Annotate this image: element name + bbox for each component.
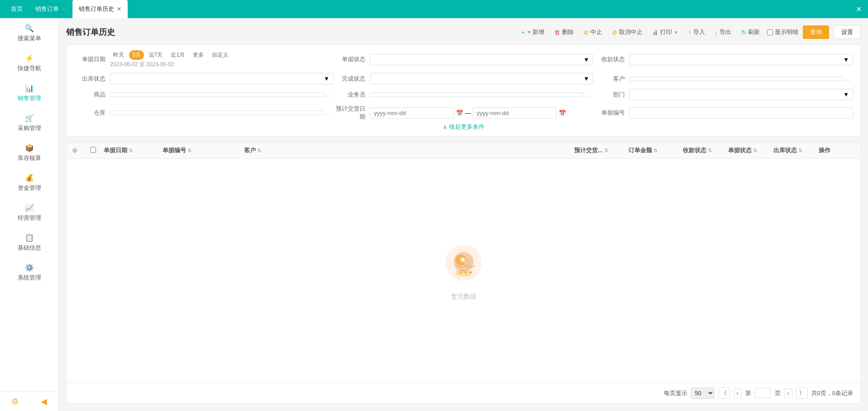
chevron-down-icon2: ▼ [843,56,849,63]
delivery-status-control[interactable]: ▼ [110,73,334,84]
close-sales-order-tab[interactable]: ✕ [62,6,66,12]
import-button[interactable]: ↑ 导入 [686,26,708,38]
stop-button[interactable]: ⊘ 中止 [581,26,605,38]
date-3days[interactable]: 3天 [129,50,144,60]
total-records: 共0页，0条记录 [811,389,853,397]
sidebar-settings-icon[interactable]: ⚙ [11,396,19,406]
salesperson-input[interactable] [370,92,584,97]
first-page-button[interactable]: 《 [718,387,730,399]
refresh-button[interactable]: ↻ 刷新 [739,26,762,38]
sidebar-item-finance[interactable]: 💰 资金管理 [0,168,58,198]
print-button[interactable]: 🖨 打印 ▼ [650,26,681,38]
date-custom[interactable]: 自定义 [209,50,231,60]
department-select[interactable]: ▼ [629,89,853,100]
payment-status-control[interactable]: ▼ [629,54,853,65]
per-page-select[interactable]: 50 100 200 [691,387,715,399]
cancel-stop-button[interactable]: ⊘ 取消中止 [609,26,645,38]
select-all-checkbox[interactable] [90,147,96,153]
filter-payment-status-cell: 收款状态 ▼ [593,50,853,68]
display-toggle-checkbox[interactable] [767,29,773,35]
completion-status-select[interactable]: ▼ [370,73,594,84]
tab-sales-order[interactable]: 销售订单 ✕ [29,0,72,18]
warehouse-ellipsis-button[interactable]: … [324,110,334,116]
export-button[interactable]: ↓ 导出 [712,26,734,38]
prev-page-button[interactable]: ‹ [734,388,742,398]
order-status-control[interactable]: ▼ [370,54,594,65]
search-button[interactable]: 查询 [803,25,829,39]
sort-order-status-icon: ⇅ [753,148,757,154]
date-more[interactable]: 更多 [190,50,207,60]
filter-delivery-status-cell: 出库状态 ▼ [74,73,334,84]
chevron-down-icon5: ▼ [843,91,849,98]
next-page-button[interactable]: › [784,388,792,398]
sidebar-item-operations[interactable]: 📈 经营管理 [0,198,58,227]
table-col-date[interactable]: 单据日期 ⇅ [104,146,163,155]
sidebar-item-basic-info[interactable]: 📋 基础信息 [0,227,58,257]
chevron-down-icon3: ▼ [324,75,330,82]
tab-sales-history[interactable]: 销售订单历史 ✕ [72,0,128,18]
table-container: ⚙ 单据日期 ⇅ 单据编号 ⇅ 客户 ⇅ 预计交货... [66,142,861,404]
calendar-icon-2[interactable]: 📅 [559,110,566,116]
order-status-select[interactable]: ▼ [370,54,594,65]
settings-button[interactable]: 设置 [834,25,861,39]
last-page-button[interactable]: 》 [796,387,808,399]
date-yesterday[interactable]: 昨天 [110,50,127,60]
sidebar-collapse-icon[interactable]: ◀ [41,396,47,406]
delivery-date-end[interactable] [473,107,557,119]
tab-home[interactable]: 首页 [5,0,29,18]
table-col-amount[interactable]: 订单金额 ⇅ [628,146,683,155]
sort-number-icon: ⇅ [187,148,192,154]
operations-icon: 📈 [25,203,34,212]
completion-status-control[interactable]: ▼ [370,73,594,84]
table-col-action: 操作 [819,146,855,155]
table-col-order-status[interactable]: 单据状态 ⇅ [728,146,773,155]
order-status-label: 单据状态 [334,55,370,63]
system-icon: ⚙️ [25,263,34,272]
quick-nav-icon: ⚡ [25,53,34,63]
payment-status-select[interactable]: ▼ [629,54,853,65]
filter-salesperson-cell: 业务员 … [334,89,594,100]
table-col-pay-status[interactable]: 收款状态 ⇅ [683,146,728,155]
delivery-date-start[interactable] [370,107,454,119]
finance-icon: 💰 [25,173,34,182]
customer-label: 客户 [593,75,629,83]
product-input[interactable] [110,92,324,97]
delivery-date-control: 📅 — 📅 [370,107,594,119]
page-input[interactable]: 1 [755,388,771,398]
sidebar-item-search-menu[interactable]: 🔍 搜索菜单 [0,18,58,48]
sidebar-item-system[interactable]: ⚙️ 系统管理 [0,257,58,287]
display-toggle[interactable]: 显示明细 [767,28,798,36]
delivery-status-select[interactable]: ▼ [110,73,334,84]
delete-button[interactable]: 🗑 删除 [551,26,576,38]
new-button[interactable]: + + 新增 [518,26,547,38]
product-ellipsis-button[interactable]: … [324,91,334,98]
collapse-row[interactable]: ∧ 收起更多条件 [74,123,853,131]
customer-input[interactable] [629,77,844,81]
date-1month[interactable]: 近1月 [168,50,188,60]
table-col-number[interactable]: 单据编号 ⇅ [163,146,244,155]
table-col-delivery[interactable]: 预计交货... ⇅ [574,146,628,155]
close-sales-history-tab[interactable]: ✕ [117,6,121,12]
order-number-control[interactable] [629,107,853,119]
filter-completion-status-cell: 完成状态 ▼ [334,73,594,84]
warehouse-input[interactable] [110,111,324,115]
filter-row-1: 单据日期 昨天 3天 近7天 近1月 更多 自定义 2023-06-02 至 2… [74,50,853,68]
salesperson-ellipsis-button[interactable]: … [584,91,593,98]
order-number-input[interactable] [629,107,853,119]
sidebar-item-sales[interactable]: 📊 销售管理 [0,78,58,108]
table-col-stock-status[interactable]: 出库状态 ⇅ [773,146,819,155]
date-7days[interactable]: 近7天 [146,50,166,60]
sales-icon: 📊 [25,83,34,92]
sidebar-item-inventory[interactable]: 📦 库存核算 [0,138,58,168]
sort-pay-status-icon: ⇅ [708,148,712,154]
window-close-button[interactable]: ✕ [854,5,863,14]
customer-ellipsis-button[interactable]: … [844,75,853,82]
calendar-icon-1[interactable]: 📅 [456,110,463,116]
collapse-up-icon: ∧ [443,124,447,131]
sort-customer-icon: ⇅ [257,148,261,154]
department-control[interactable]: ▼ [629,89,853,100]
table-col-customer[interactable]: 客户 ⇅ [244,146,574,155]
table-settings-icon[interactable]: ⚙ [72,147,77,154]
sidebar-item-quick-nav[interactable]: ⚡ 快捷导航 [0,48,58,78]
sidebar-item-purchase[interactable]: 🛒 采购管理 [0,108,58,138]
